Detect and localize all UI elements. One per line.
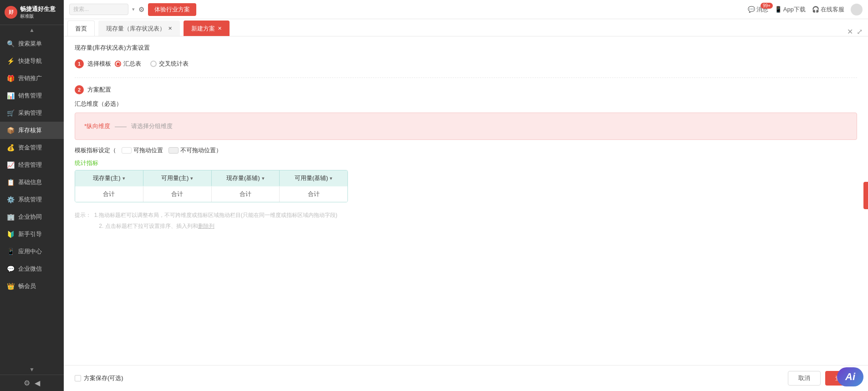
mobile-icon: 📱 xyxy=(775,6,782,13)
header-chevron-icon[interactable]: ▾ xyxy=(132,6,135,12)
col1-chevron-icon[interactable]: ▾ xyxy=(123,175,125,181)
tab-new-schema-close-icon[interactable]: ✕ xyxy=(218,26,222,31)
col2-chevron-icon[interactable]: ▾ xyxy=(190,175,193,181)
trial-button[interactable]: 体验行业方案 xyxy=(148,3,196,16)
tab-new-schema[interactable]: 新建方案 ✕ xyxy=(184,21,230,36)
messages-badge: 99+ xyxy=(761,3,773,9)
step2-number: 2 xyxy=(75,85,84,94)
sidebar-item-inventory[interactable]: 📦 库存核算 xyxy=(0,122,64,139)
scroll-down-btn[interactable]: ▼ xyxy=(0,365,64,375)
stat-col3-header[interactable]: 现存量(基辅) ▾ xyxy=(212,170,280,186)
radio-cross[interactable]: 交叉统计表 xyxy=(150,60,189,68)
tab-home[interactable]: 首页 xyxy=(67,21,95,36)
sidebar-item-management[interactable]: 📈 经营管理 xyxy=(0,156,64,174)
page-content: 现存量(库存状况表)方案设置 1 选择模板 汇总表 交叉统计表 xyxy=(64,36,868,365)
sidebar-item-label: 企业微信 xyxy=(18,265,42,273)
logo-icon: 好 xyxy=(5,6,17,19)
col3-body: 合计 xyxy=(212,186,280,202)
sidebar-item-label: 营销推广 xyxy=(18,74,42,82)
sidebar-item-label: 新手引导 xyxy=(18,230,42,238)
drag-box xyxy=(122,147,132,154)
trend-icon: 📈 xyxy=(6,161,15,169)
sidebar-nav: 🔍 搜索菜单 ⚡ 快捷导航 🎁 营销推广 📊 销售管理 🛒 采购管理 📦 库存核… xyxy=(0,35,64,365)
radio-cross-label: 交叉统计表 xyxy=(159,60,189,68)
collapse-icon[interactable]: ◀ xyxy=(35,379,40,387)
sidebar-item-purchase[interactable]: 🛒 采购管理 xyxy=(0,104,64,122)
tab-new-schema-label: 新建方案 xyxy=(191,25,215,33)
save-option-label: 方案保存(可选) xyxy=(84,374,123,382)
sidebar-item-label: 企业协同 xyxy=(18,213,42,221)
stat-table-title: 统计指标 xyxy=(75,159,857,167)
save-option: 方案保存(可选) xyxy=(75,374,123,382)
sidebar-item-quick-nav[interactable]: ⚡ 快捷导航 xyxy=(0,52,64,70)
sidebar-item-system[interactable]: ⚙️ 系统管理 xyxy=(0,191,64,208)
sidebar-item-app-center[interactable]: 📱 应用中心 xyxy=(0,243,64,260)
sidebar-item-label: 畅会员 xyxy=(18,282,36,290)
cancel-button[interactable]: 取消 xyxy=(788,371,821,386)
stat-table-header: 现存量(主) ▾ 可用量(主) ▾ 现存量(基辅) ▾ xyxy=(75,170,347,186)
stat-col1-header[interactable]: 现存量(主) ▾ xyxy=(75,170,143,186)
dimension-box[interactable]: *纵向维度 —— 请选择分组维度 xyxy=(75,113,857,140)
online-service-btn[interactable]: 🎧 在线客服 xyxy=(812,5,844,14)
tab-inventory-label: 现存量（库存状况表） xyxy=(106,25,165,33)
box-icon: 📦 xyxy=(6,127,15,134)
sidebar-item-new-guide[interactable]: 🔰 新手引导 xyxy=(0,226,64,243)
sidebar-item-enterprise[interactable]: 🏢 企业协同 xyxy=(0,208,64,226)
no-drag-indicator: 不可拖动位置） xyxy=(168,146,222,154)
step2-header: 2 方案配置 xyxy=(75,85,857,94)
stat-col2-header[interactable]: 可用量(主) ▾ xyxy=(143,170,212,186)
tab-inventory-close-icon[interactable]: ✕ xyxy=(168,26,172,31)
settings-icon[interactable]: ⚙ xyxy=(24,379,30,387)
header-left: 搜索... ▾ ⚙ 体验行业方案 xyxy=(69,3,743,16)
tips-title: 提示： 1.拖动标题栏可以调整布局，不可跨维度或指标区域拖动栏目(只能在同一维度… xyxy=(75,210,857,221)
right-sidebar-handle[interactable] xyxy=(863,182,868,209)
sidebar-item-finance[interactable]: 💰 资金管理 xyxy=(0,139,64,156)
header-gear-icon[interactable]: ⚙ xyxy=(138,5,144,14)
dimension-required-label: *纵向维度 xyxy=(84,122,110,130)
col3-chevron-icon[interactable]: ▾ xyxy=(262,175,265,181)
sidebar-item-member[interactable]: 👑 畅会员 xyxy=(0,278,64,295)
col4-chevron-icon[interactable]: ▾ xyxy=(330,175,332,181)
app-version: 标准版 xyxy=(20,13,56,19)
sidebar-item-label: 销售管理 xyxy=(18,92,42,100)
col4-label: 可用量(基辅) xyxy=(295,174,328,182)
scroll-up-btn[interactable]: ▲ xyxy=(0,25,64,35)
messages-btn[interactable]: 💬 消息 99+ xyxy=(748,5,768,14)
save-checkbox[interactable] xyxy=(75,375,81,381)
app-logo: 好 畅捷通好生意 标准版 xyxy=(0,0,64,25)
close-tab-icon[interactable]: ✕ xyxy=(847,27,853,36)
search-icon: 🔍 xyxy=(6,40,15,47)
ai-badge[interactable]: Ai xyxy=(837,367,863,386)
sidebar-item-wechat[interactable]: 💬 企业微信 xyxy=(0,260,64,278)
page-title: 现存量(库存状况表)方案设置 xyxy=(75,44,857,52)
radio-summary[interactable]: 汇总表 xyxy=(115,60,141,68)
step1-number: 1 xyxy=(75,59,84,68)
gift-icon: 🎁 xyxy=(6,75,15,82)
cart-icon: 🛒 xyxy=(6,109,15,117)
app-name: 畅捷通好生意 xyxy=(20,5,56,13)
sidebar-item-search[interactable]: 🔍 搜索菜单 xyxy=(0,35,64,52)
delete-col-link[interactable]: 删除列 xyxy=(198,223,214,229)
stat-col4-header[interactable]: 可用量(基辅) ▾ xyxy=(280,170,347,186)
indicator-settings: 模板指标设定（ 可拖动位置 不可拖动位置） xyxy=(75,146,857,154)
col4-body: 合计 xyxy=(280,186,347,202)
sidebar-item-marketing[interactable]: 🎁 营销推广 xyxy=(0,70,64,87)
tips-item2: 2. 点击标题栏下拉可设置排序、插入列和删除列 xyxy=(75,221,857,232)
header-search-box[interactable]: 搜索... xyxy=(69,4,128,15)
online-service-label: 在线客服 xyxy=(821,5,844,14)
tabs-actions: ✕ ⤢ xyxy=(847,27,868,36)
bottom-bar: 方案保存(可选) 取消 查询 xyxy=(64,365,868,391)
sidebar-item-sales[interactable]: 📊 销售管理 xyxy=(0,87,64,104)
step2-label: 方案配置 xyxy=(87,86,111,94)
radio-summary-label: 汇总表 xyxy=(123,60,141,68)
sidebar-item-label: 采购管理 xyxy=(18,109,42,117)
main-area: 搜索... ▾ ⚙ 体验行业方案 💬 消息 99+ 📱 App下载 🎧 在线客服 xyxy=(64,0,868,391)
user-avatar[interactable] xyxy=(851,4,863,15)
app-download-btn[interactable]: 📱 App下载 xyxy=(775,5,806,14)
col2-label: 可用量(主) xyxy=(161,174,189,182)
header-right: 💬 消息 99+ 📱 App下载 🎧 在线客服 xyxy=(748,4,863,15)
tab-inventory-status[interactable]: 现存量（库存状况表） ✕ xyxy=(98,21,180,36)
expand-tab-icon[interactable]: ⤢ xyxy=(857,27,863,36)
sidebar-item-basic-info[interactable]: 📋 基础信息 xyxy=(0,174,64,191)
step1-header: 1 选择模板 汇总表 交叉统计表 xyxy=(75,59,857,68)
